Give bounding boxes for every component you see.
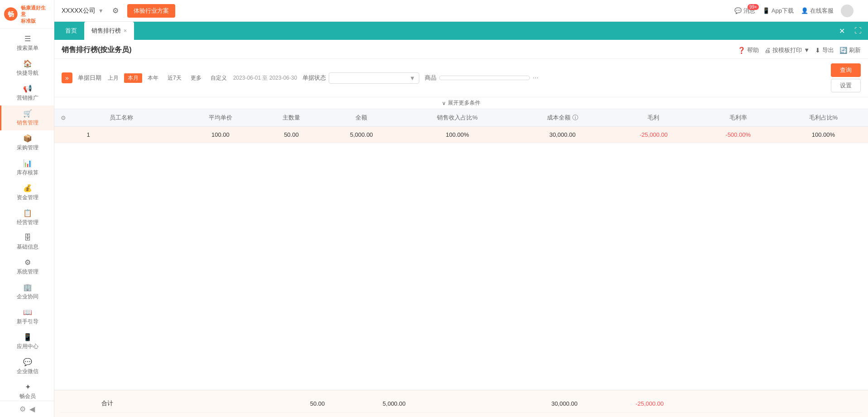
refresh-btn[interactable]: 🔄 刷新 (839, 46, 861, 54)
app-download-btn[interactable]: 📱 App下载 (762, 7, 794, 15)
sidebar-item-label: 资金管理 (17, 194, 38, 201)
sidebar-item-finance[interactable]: 💰 资金管理 (0, 180, 54, 205)
sidebar-bottom: ⚙ ◀ (0, 401, 54, 417)
appstore-icon: 📱 (23, 333, 32, 341)
footer-row: 合计 50.00 5,000.00 30,000.00 -25,000.00 (60, 395, 863, 412)
sidebar-item-label: 应用中心 (17, 343, 38, 350)
goods-filter-label: 商品 (425, 74, 436, 82)
sidebar-item-member[interactable]: ✦ 畅会员 (0, 379, 54, 401)
sidebar-item-wechat[interactable]: 💬 企业微信 (0, 354, 54, 379)
sidebar-item-label: 采购管理 (17, 144, 38, 152)
filter-status-group: 单据状态 ▼ (302, 72, 419, 84)
table-body: 1 100.00 50.00 5,000.00 100.00% 30,000.0… (54, 127, 868, 143)
row-sales-pct-cell: 100.00% (399, 127, 515, 143)
enterprise-icon: 🏢 (23, 283, 32, 292)
query-button[interactable]: 查询 (831, 63, 861, 77)
footer-label: 合计 (96, 395, 198, 412)
sidebar-item-guide[interactable]: 📖 新手引导 (0, 304, 54, 329)
col-amount: 全额 (323, 109, 399, 127)
col-settings[interactable]: ⚙ (54, 109, 72, 127)
col-name: 员工名称 (104, 109, 182, 127)
date-tab-last-month[interactable]: 上月 (104, 73, 122, 83)
sidebar-item-label: 基础信息 (17, 243, 38, 251)
col-quantity: 主数量 (259, 109, 324, 127)
date-tab-custom[interactable]: 自定义 (207, 73, 230, 83)
sidebar-item-label: 企业协同 (17, 293, 38, 301)
refresh-label: 刷新 (849, 46, 861, 54)
date-tab-this-year[interactable]: 本年 (144, 73, 162, 83)
sidebar-item-label: 畅会员 (19, 393, 36, 400)
export-btn[interactable]: ⬇ 导出 (815, 46, 834, 54)
online-service-label: 在线客服 (810, 7, 834, 15)
settings-small-button[interactable]: 设置 (831, 79, 861, 92)
date-tab-this-month[interactable]: 本月 (124, 73, 142, 83)
sidebar-item-enterprise[interactable]: 🏢 企业协同 (0, 279, 54, 304)
goods-input[interactable] (439, 76, 530, 80)
sidebar-item-inventory[interactable]: 📊 库存核算 (0, 155, 54, 180)
date-tab-more[interactable]: 更多 (187, 73, 205, 83)
col-gross-rate: 毛利率 (697, 109, 778, 127)
print-btn[interactable]: 🖨 按模板打印 ▼ (764, 46, 810, 54)
logo-icon: 畅 (4, 7, 18, 21)
row-avg-price-cell: 100.00 (182, 127, 259, 143)
status-select[interactable]: ▼ (329, 72, 419, 84)
filter-date-group: 单据日期 上月 本月 本年 近7天 更多 自定义 2023-06-01 至 20… (78, 73, 297, 83)
avatar[interactable] (841, 5, 854, 17)
close-window-icon[interactable]: ✕ (835, 24, 848, 37)
filter-toggle-btn[interactable]: » (62, 72, 72, 83)
app-download-label: App下载 (772, 7, 794, 15)
toggle-icon: » (65, 74, 69, 81)
message-btn[interactable]: 💬 消息 99+ (734, 7, 755, 15)
sidebar-item-system[interactable]: ⚙ 系统管理 (0, 254, 54, 279)
tabbar: 首页 销售排行榜 × ✕ ⛶ (54, 22, 868, 40)
tab-close-icon[interactable]: × (124, 28, 127, 34)
export-label: 导出 (822, 46, 834, 54)
table-row: 1 100.00 50.00 5,000.00 100.00% 30,000.0… (54, 127, 868, 143)
sidebar-item-operation[interactable]: 📋 经营管理 (0, 205, 54, 230)
col-cost: 成本全额 ⓘ (515, 109, 610, 127)
topbar-right: 💬 消息 99+ 📱 App下载 👤 在线客服 (734, 5, 861, 17)
maximize-icon[interactable]: ⛶ (852, 24, 864, 37)
settings-bottom-icon[interactable]: ⚙ (19, 405, 26, 413)
col-sales-pct: 销售收入占比% (399, 109, 515, 127)
expand-more-btn[interactable]: ∨ 展开更多条件 (442, 99, 480, 107)
tab-sales-ranking[interactable]: 销售排行榜 × (84, 22, 134, 40)
refresh-icon: 🔄 (839, 47, 847, 54)
purchase-icon: 📦 (23, 134, 32, 143)
topbar-settings-btn[interactable]: ⚙ (109, 5, 122, 17)
col-gross-pct: 毛利占比% (779, 109, 868, 127)
marketing-icon: 📢 (23, 84, 32, 93)
topbar: XXXXX公司 ▼ ⚙ 体验行业方案 💬 消息 99+ 📱 App下载 👤 在线… (54, 0, 868, 22)
tab-home[interactable]: 首页 (58, 22, 84, 40)
date-tab-7days[interactable]: 近7天 (164, 73, 185, 83)
footer-gross-pct (777, 395, 863, 412)
sidebar-item-marketing[interactable]: 📢 营销推广 (0, 81, 54, 105)
help-btn[interactable]: ❓ 帮助 (738, 46, 759, 54)
row-name-cell (104, 127, 182, 143)
trial-button[interactable]: 体验行业方案 (127, 4, 175, 18)
footer-empty2 (78, 395, 96, 412)
tab-home-label: 首页 (65, 27, 77, 35)
chevron-down-icon: ∨ (442, 100, 446, 106)
status-dropdown-icon: ▼ (409, 75, 415, 81)
sidebar-item-quick-nav[interactable]: 🏠 快捷导航 (0, 56, 54, 81)
footer-gross: -25,000.00 (607, 395, 692, 412)
sidebar-item-purchase[interactable]: 📦 采购管理 (0, 130, 54, 155)
row-gross-cell: -25,000.00 (609, 127, 697, 143)
table-footer: 合计 50.00 5,000.00 30,000.00 -25,000.00 (54, 390, 868, 417)
sidebar-item-search-order[interactable]: ☰ 搜索菜单 (0, 31, 54, 56)
sidebar-item-label: 营销推广 (17, 94, 38, 102)
company-select[interactable]: XXXXX公司 ▼ (62, 7, 104, 15)
more-filters-icon[interactable]: ··· (532, 74, 538, 82)
sidebar-item-sales[interactable]: 🛒 销售管理 (0, 105, 54, 130)
print-dropdown-icon: ▼ (804, 47, 810, 53)
system-icon: ⚙ (24, 258, 31, 267)
online-service-btn[interactable]: 👤 在线客服 (801, 7, 834, 15)
sidebar-item-basic[interactable]: 🗄 基础信息 (0, 230, 54, 254)
home-icon: 🏠 (23, 59, 32, 68)
page-header: 销售排行榜(按业务员) ❓ 帮助 🖨 按模板打印 ▼ ⬇ 导出 🔄 刷新 (54, 40, 868, 59)
sidebar-item-appstore[interactable]: 📱 应用中心 (0, 329, 54, 354)
message-badge: 99+ (748, 4, 759, 10)
col-avg-price: 平均单价 (182, 109, 259, 127)
collapse-sidebar-icon[interactable]: ◀ (29, 405, 35, 413)
